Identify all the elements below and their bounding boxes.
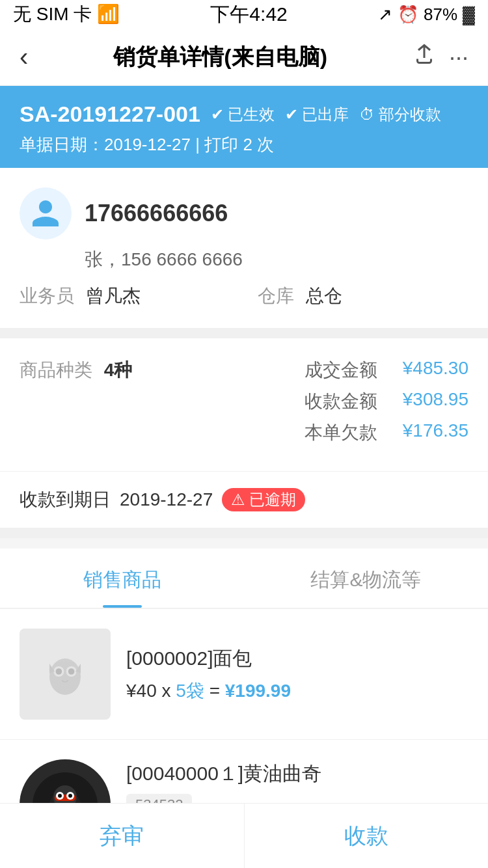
check-icon-2: ✔ [285,105,298,124]
customer-section: 17666666666 张，156 6666 6666 业务员 曾凡杰 仓库 总… [0,168,488,328]
tabs-header: 销售商品 结算&物流等 [0,549,488,609]
back-button[interactable]: ‹ [20,42,28,72]
nav-actions: ··· [413,42,468,72]
nav-bar: ‹ 销货单详情(来自电脑) ··· [0,29,488,86]
more-button[interactable]: ··· [449,44,468,71]
svg-point-0 [49,658,81,695]
status-effected: ✔ 已生效 [211,104,275,125]
customer-meta: 业务员 曾凡杰 仓库 总仓 [20,284,468,308]
due-label: 收款到期日 [20,487,111,512]
tab-sales-products[interactable]: 销售商品 [0,549,244,608]
confirm-button[interactable]: 收款 [245,804,489,868]
clock-icon: ⏱ [359,105,375,124]
product-info-1: [0000002]面包 ¥40 x 5袋 = ¥199.99 [126,645,468,703]
bottom-bar: 弃审 收款 [0,803,488,868]
product-name-2: [00040000１]黄油曲奇 [126,761,468,787]
svg-point-4 [68,668,75,675]
product-item: [0000002]面包 ¥40 x 5袋 = ¥199.99 [0,609,488,740]
due-date: 2019-12-27 [120,489,213,510]
financial-summary: 成交金额 ¥485.30 收款金额 ¥308.95 本单欠款 ¥176.35 [305,358,468,452]
transaction-row: 成交金额 ¥485.30 [305,358,468,383]
customer-avatar [20,187,72,239]
tab-settlement[interactable]: 结算&物流等 [244,549,488,608]
share-icon[interactable] [413,42,436,72]
status-left: 无 SIM 卡 📶 [13,2,120,27]
received-row: 收款金额 ¥308.95 [305,389,468,414]
page-title: 销货单详情(来自电脑) [113,42,327,72]
divider-2 [0,528,488,538]
svg-point-12 [68,794,72,798]
warehouse: 仓库 总仓 [258,284,342,308]
overdue-badge: ⚠ 已逾期 [222,488,305,511]
owed-row: 本单欠款 ¥176.35 [305,420,468,445]
warning-icon: ⚠ [231,491,245,509]
status-partial: ⏱ 部分收款 [359,104,441,125]
summary-section: 商品种类 4种 成交金额 ¥485.30 收款金额 ¥308.95 本单欠款 ¥… [0,338,488,471]
order-id: SA-20191227-001 [20,102,200,127]
location-icon: ↗ [378,5,392,25]
order-date: 单据日期：2019-12-27 | 打印 2 次 [20,133,468,156]
sales-person: 业务员 曾凡杰 [20,284,141,308]
svg-point-11 [58,794,62,798]
order-banner: SA-20191227-001 ✔ 已生效 ✔ 已出库 ⏱ 部分收款 单据日期：… [0,86,488,168]
divider-1 [0,328,488,338]
product-types: 商品种类 4种 [20,358,132,383]
status-right: ↗ ⏰ 87% ▓ [378,5,475,25]
customer-id: 17666666666 [85,200,228,227]
status-shipped: ✔ 已出库 [285,104,349,125]
alarm-icon: ⏰ [398,5,418,25]
status-bar: 无 SIM 卡 📶 下午4:42 ↗ ⏰ 87% ▓ [0,0,488,29]
cancel-button[interactable]: 弃审 [0,804,245,868]
product-image-1 [20,629,111,720]
svg-point-3 [56,668,62,675]
due-date-section: 收款到期日 2019-12-27 ⚠ 已逾期 [0,471,488,528]
customer-name: 张，156 6666 6666 [85,247,468,272]
status-time: 下午4:42 [210,1,287,28]
battery: 87% [424,5,457,25]
battery-icon: ▓ [463,5,475,25]
check-icon: ✔ [211,105,224,124]
product-name-1: [0000002]面包 [126,645,468,672]
product-price-1: ¥40 x 5袋 = ¥199.99 [126,679,468,703]
